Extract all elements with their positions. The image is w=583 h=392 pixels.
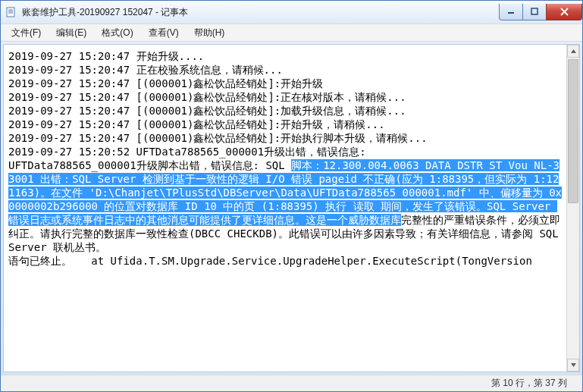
titlebar[interactable]: 账套维护工具-20190927 152047 - 记事本 (1, 1, 582, 24)
menu-view[interactable]: 查看(V) (141, 24, 186, 42)
minimize-button[interactable] (499, 4, 523, 20)
svg-rect-5 (531, 8, 538, 14)
log-line: 2019-09-27 15:20:47 [(000001)鑫松饮品经销处]:开始… (8, 77, 323, 89)
window-buttons (500, 4, 582, 20)
svg-rect-0 (7, 8, 14, 17)
scroll-up-button[interactable] (567, 45, 579, 58)
log-line: 2019-09-27 15:20:47 [(000001)鑫松饮品经销处]:正在… (8, 91, 406, 103)
log-line: 2019-09-27 15:20:47 [(000001)鑫松饮品经销处]:开始… (8, 132, 428, 144)
app-icon (5, 6, 17, 18)
log-line: 2019-09-27 15:20:47 [(000001)鑫松饮品经销处]:开始… (8, 118, 385, 130)
cursor-position: 第 10 行，第 37 列 (491, 377, 567, 390)
notepad-window: 账套维护工具-20190927 152047 - 记事本 文件(F) 编辑(E)… (0, 0, 583, 392)
svg-marker-9 (571, 363, 576, 367)
log-line: 2019-09-27 15:20:47 正在校验系统信息，请稍候... (8, 64, 283, 76)
scroll-track[interactable] (567, 58, 579, 359)
vertical-scrollbar[interactable] (566, 45, 579, 372)
scroll-thumb[interactable] (568, 59, 578, 203)
maximize-button[interactable] (522, 4, 547, 20)
log-line: 2019-09-27 15:20:52 UFTData788565_000001… (8, 146, 366, 158)
statusbar: 第 10 行，第 37 列 (1, 375, 582, 391)
menu-help[interactable]: 帮助(H) (186, 24, 233, 42)
log-line: UFTData788565_000001升级脚本出错，错误信息: SQL (8, 159, 291, 171)
log-line: 2019-09-27 15:20:47 [(000001)鑫松饮品经销处]:加载… (8, 105, 406, 117)
menu-edit[interactable]: 编辑(E) (49, 24, 94, 42)
menubar: 文件(F) 编辑(E) 格式(O) 查看(V) 帮助(H) (1, 24, 582, 42)
scroll-down-button[interactable] (567, 359, 579, 372)
text-content[interactable]: 2019-09-27 15:20:47 开始升级.... 2019-09-27 … (4, 45, 566, 372)
log-line: 2019-09-27 15:20:47 开始升级.... (8, 50, 204, 62)
svg-marker-8 (571, 49, 576, 53)
log-line: 语句已终止。 at Ufida.T.SM.Upgrade.Service.Upg… (8, 255, 532, 267)
window-title: 账套维护工具-20190927 152047 - 记事本 (22, 6, 500, 19)
menu-format[interactable]: 格式(O) (94, 24, 140, 42)
menu-file[interactable]: 文件(F) (4, 24, 49, 42)
close-button[interactable] (546, 4, 582, 20)
editor-frame: 2019-09-27 15:20:47 开始升级.... 2019-09-27 … (3, 44, 580, 372)
